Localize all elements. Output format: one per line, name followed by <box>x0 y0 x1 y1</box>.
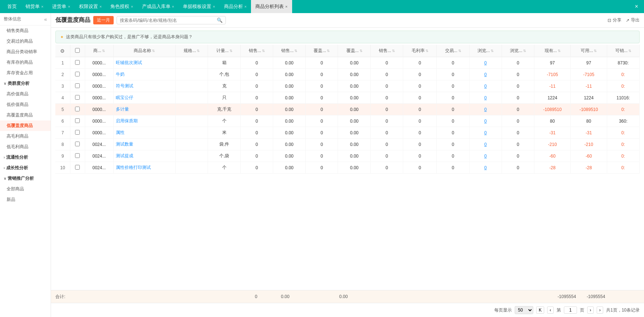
sidebar-item-high-value[interactable]: 高价值商品 <box>0 89 51 99</box>
close-icon[interactable]: × <box>213 4 215 9</box>
nav-product-analysis[interactable]: 商品分析 × <box>220 0 251 13</box>
row-checkbox[interactable] <box>70 162 85 174</box>
nav-purchase-order[interactable]: 进货单 × <box>48 0 74 13</box>
last-page-button[interactable]: › <box>597 306 603 314</box>
sidebar-item-low-coverage[interactable]: 低覆盖度商品 <box>0 120 51 131</box>
col-spec[interactable]: 规格...⇅ <box>176 45 208 57</box>
row-spec <box>176 162 208 174</box>
col-stock3[interactable]: 可销...⇅ <box>607 45 639 57</box>
row-name[interactable]: 测试提成 <box>113 150 176 162</box>
col-name[interactable]: 商品名称⇅ <box>113 45 176 57</box>
gear-icon[interactable]: ⚙ <box>60 48 65 54</box>
sidebar-group-coverage-analysis[interactable]: ∨ 类群度分析 <box>0 78 51 89</box>
sidebar-item-traded-goods[interactable]: 交易过的商品 <box>0 36 51 47</box>
row-checkbox[interactable] <box>70 57 85 69</box>
sidebar-item-all-goods[interactable]: 全部商品 <box>0 184 51 194</box>
sidebar-group-marketing[interactable]: ∨ 营销推广分析 <box>0 173 51 184</box>
col-browse1[interactable]: 浏览...⇅ <box>469 45 502 57</box>
page-size-select[interactable]: 50 100 <box>515 306 533 314</box>
row-checkbox[interactable] <box>70 150 85 162</box>
sidebar-item-low-value[interactable]: 低价值商品 <box>0 99 51 110</box>
row-name[interactable]: 牛奶 <box>113 69 176 80</box>
filter-recent-month-button[interactable]: 近一月 <box>93 16 114 24</box>
search-input[interactable] <box>120 18 217 23</box>
nav-product-storage[interactable]: 产成品入库单 × <box>138 0 178 13</box>
share-button[interactable]: ⊡ 分享 <box>608 17 621 23</box>
sidebar-item-stocked-goods[interactable]: 有库存的商品 <box>0 57 51 68</box>
window-close-button[interactable]: × <box>632 3 641 10</box>
col-unit[interactable]: 计量...⇅ <box>208 45 240 57</box>
nav-product-analysis-list[interactable]: 商品分析列表 × <box>251 0 292 13</box>
row-stock3: 0: <box>607 80 639 92</box>
row-checkbox[interactable] <box>70 104 85 115</box>
row-browse1[interactable]: 0 <box>469 162 502 174</box>
sidebar-collapse-button[interactable]: « <box>44 16 47 22</box>
nav-home[interactable]: 首页 <box>3 0 21 13</box>
row-browse1[interactable]: 0 <box>469 69 502 80</box>
row-browse1[interactable]: 0 <box>469 139 502 150</box>
col-stock1[interactable]: 现有...⇅ <box>534 45 571 57</box>
nav-permissions[interactable]: 权限设置 × <box>75 0 106 13</box>
row-browse2: 0 <box>502 104 534 115</box>
close-icon[interactable]: × <box>41 4 43 9</box>
col-sales3[interactable]: 销售...⇅ <box>370 45 403 57</box>
page-number-input[interactable] <box>564 306 577 314</box>
row-name[interactable]: 符号测试 <box>113 80 176 92</box>
close-icon[interactable]: × <box>131 4 133 9</box>
sidebar-item-category-sales-rate[interactable]: 商品分类动销率 <box>0 47 51 57</box>
sidebar-item-high-profit[interactable]: 高毛利商品 <box>0 131 51 142</box>
row-name[interactable]: 旺辅批次测试 <box>113 57 176 69</box>
close-icon[interactable]: × <box>244 4 247 9</box>
row-name[interactable]: 多计量 <box>113 104 176 115</box>
sidebar-group-liquidity[interactable]: › 流通性分析 <box>0 152 51 163</box>
col-trade[interactable]: 交易...⇅ <box>437 45 469 57</box>
row-name[interactable]: 测试数量 <box>113 139 176 150</box>
row-browse1[interactable]: 0 <box>469 127 502 139</box>
row-checkbox[interactable] <box>70 69 85 80</box>
col-profit[interactable]: 毛利率⇅ <box>403 45 437 57</box>
next-page-button[interactable]: › <box>587 306 594 314</box>
close-icon[interactable]: × <box>172 4 174 9</box>
row-name[interactable]: 眠宝公仔 <box>113 92 176 104</box>
sidebar-item-sales-goods[interactable]: 销售类商品 <box>0 25 51 36</box>
export-button[interactable]: ↗ 导出 <box>626 17 640 23</box>
sidebar-item-inventory-capital[interactable]: 库存资金占用 <box>0 68 51 78</box>
sidebar-item-high-coverage[interactable]: 高覆盖度商品 <box>0 110 51 120</box>
close-icon[interactable]: × <box>285 4 287 9</box>
close-icon[interactable]: × <box>99 4 102 9</box>
close-icon[interactable]: × <box>68 4 70 9</box>
row-browse1[interactable]: 0 <box>469 92 502 104</box>
row-name[interactable]: 属性价格打印测试 <box>113 162 176 174</box>
col-cover2[interactable]: 覆盖...⇅ <box>338 45 370 57</box>
row-checkbox[interactable] <box>70 115 85 127</box>
nav-template-settings[interactable]: 单据模板设置 × <box>178 0 219 13</box>
row-browse1[interactable]: 0 <box>469 57 502 69</box>
prev-page-button[interactable]: ‹ <box>547 306 554 314</box>
row-browse1[interactable]: 0 <box>469 150 502 162</box>
row-code: 0024... <box>85 162 113 174</box>
col-browse2[interactable]: 浏览...⇅ <box>502 45 534 57</box>
col-gear[interactable]: ⚙ <box>55 45 70 57</box>
row-name[interactable]: 属性 <box>113 127 176 139</box>
row-checkbox[interactable] <box>70 127 85 139</box>
row-checkbox[interactable] <box>70 80 85 92</box>
col-code[interactable]: 商...⇅ <box>85 45 113 57</box>
sidebar-group-growth[interactable]: › 成长性分析 <box>0 163 51 173</box>
row-browse1[interactable]: 0 <box>469 80 502 92</box>
sidebar-item-new-goods[interactable]: 新品 <box>0 194 51 205</box>
col-stock2[interactable]: 可用...⇅ <box>570 45 607 57</box>
row-checkbox[interactable] <box>70 139 85 150</box>
row-browse1[interactable]: 0 <box>469 104 502 115</box>
nav-role-auth[interactable]: 角色授权 × <box>106 0 137 13</box>
row-checkbox[interactable] <box>70 92 85 104</box>
col-sales1[interactable]: 销售...⇅ <box>240 45 273 57</box>
sidebar-item-low-profit[interactable]: 低毛利商品 <box>0 142 51 152</box>
row-browse1[interactable]: 0 <box>469 115 502 127</box>
row-profit: 0 <box>403 80 437 92</box>
select-all-checkbox[interactable] <box>75 48 80 53</box>
col-sales2[interactable]: 销售...⇅ <box>273 45 305 57</box>
col-cover1[interactable]: 覆盖...⇅ <box>306 45 338 57</box>
first-page-button[interactable]: K <box>536 306 544 314</box>
nav-sales-order[interactable]: 销货单 × <box>21 0 48 13</box>
row-name[interactable]: 启用保质期 <box>113 115 176 127</box>
